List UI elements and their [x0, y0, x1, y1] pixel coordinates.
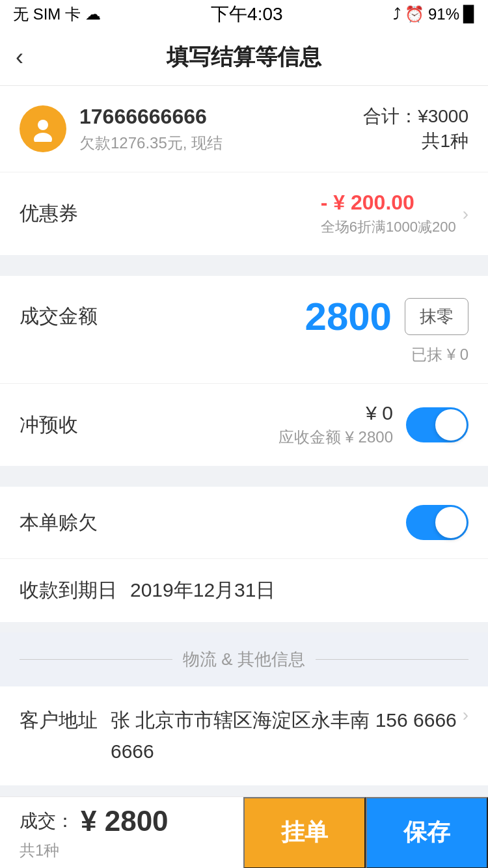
- debt-section: 本单赊欠: [0, 487, 488, 558]
- debt-toggle[interactable]: [406, 505, 468, 540]
- customer-phone: 17666666666: [79, 105, 223, 129]
- bottom-summary: 成交： ¥ 2800 共1种: [0, 805, 243, 861]
- battery-icon: ▉: [463, 5, 475, 23]
- address-text: 张 北京市市辖区海淀区永丰南 156 6666 6666: [111, 705, 463, 767]
- svg-point-1: [34, 133, 52, 142]
- total-label: 合计：: [363, 106, 418, 126]
- amount-section: 成交金额 2800 抹零 已抹 ¥ 0: [0, 276, 488, 383]
- coupon-discount: - ¥ 200.00: [321, 191, 456, 215]
- amount-sub: 已抹 ¥ 0: [20, 344, 468, 365]
- logistics-label: 物流 & 其他信息: [183, 648, 305, 671]
- bottom-deal-label: 成交：: [20, 809, 74, 834]
- prepay-right: ¥ 0 应收金额 ¥ 2800: [278, 402, 468, 448]
- coupon-row[interactable]: 优惠券 - ¥ 200.00 全场6折满1000减200 ›: [0, 172, 488, 255]
- duedate-value: 2019年12月31日: [130, 577, 275, 604]
- bottom-deal-amount: ¥ 2800: [81, 805, 169, 837]
- duedate-label: 收款到期日: [20, 577, 117, 604]
- prepay-toggle[interactable]: [406, 407, 468, 442]
- amount-row: 成交金额 2800 抹零: [20, 294, 468, 339]
- amount-value: 2800: [305, 294, 392, 339]
- customer-right: 合计：¥3000 共1种: [363, 104, 468, 154]
- customer-section: 17666666666 欠款1276.35元, 现结 合计：¥3000 共1种 …: [0, 86, 488, 255]
- toggle-knob: [435, 409, 467, 441]
- alarm-icon: ⏰: [405, 5, 424, 23]
- coupon-chevron-icon: ›: [463, 204, 468, 224]
- total-count: 共1种: [363, 129, 468, 154]
- duedate-section: 收款到期日 2019年12月31日: [0, 558, 488, 622]
- debt-label: 本单赊欠: [20, 509, 98, 536]
- logistics-header: 物流 & 其他信息: [0, 632, 488, 686]
- status-bar: 无 SIM 卡 ☁ 下午4:03 ⤴ ⏰ 91% ▉: [0, 0, 488, 29]
- status-right: ⤴ ⏰ 91% ▉: [393, 5, 475, 23]
- customer-left: 17666666666 欠款1276.35元, 现结: [20, 105, 223, 154]
- customer-info: 17666666666 欠款1276.35元, 现结: [79, 105, 223, 154]
- svg-point-0: [38, 120, 48, 130]
- coupon-desc: 全场6折满1000减200: [321, 217, 456, 237]
- prepay-amount: ¥ 0: [278, 402, 393, 424]
- avatar: [20, 105, 66, 152]
- address-chevron-icon: ›: [463, 705, 468, 726]
- debt-toggle-knob: [435, 507, 467, 538]
- amount-label: 成交金额: [20, 303, 98, 330]
- total-row: 合计：¥3000: [363, 104, 468, 129]
- logistics-line-right: [316, 659, 468, 660]
- nav-bar: ‹ 填写结算等信息: [0, 29, 488, 86]
- logistics-line-left: [20, 659, 172, 660]
- sim-wifi-label: 无 SIM 卡 ☁: [13, 4, 101, 25]
- page-title: 填写结算等信息: [167, 42, 321, 72]
- prepay-row: 冲预收 ¥ 0 应收金额 ¥ 2800: [0, 383, 488, 466]
- amount-right: 2800 抹零: [305, 294, 468, 339]
- divider-2: [0, 466, 488, 476]
- bottom-count: 共1种: [20, 840, 224, 861]
- coupon-right: - ¥ 200.00 全场6折满1000减200 ›: [321, 191, 468, 237]
- status-left: 无 SIM 卡 ☁: [13, 4, 101, 25]
- battery-label: 91%: [428, 5, 459, 23]
- customer-row: 17666666666 欠款1276.35元, 现结 合计：¥3000 共1种: [0, 86, 488, 172]
- prepay-sub: 应收金额 ¥ 2800: [278, 427, 393, 448]
- save-button[interactable]: 保存: [366, 797, 488, 869]
- status-time: 下午4:03: [211, 2, 283, 27]
- address-label: 客户地址: [20, 707, 98, 734]
- prepay-info: ¥ 0 应收金额 ¥ 2800: [278, 402, 393, 448]
- divider-1: [0, 265, 488, 276]
- total-amount: ¥3000: [418, 106, 468, 126]
- bottom-deal-row: 成交： ¥ 2800: [20, 805, 224, 837]
- duedate-row: 收款到期日 2019年12月31日: [20, 577, 468, 604]
- hang-order-button[interactable]: 挂单: [243, 797, 366, 869]
- prepay-label: 冲预收: [20, 412, 78, 439]
- address-content: 张 北京市市辖区海淀区永丰南 156 6666 6666: [111, 705, 463, 767]
- coupon-label: 优惠券: [20, 200, 78, 227]
- customer-debt: 欠款1276.35元, 现结: [79, 133, 223, 154]
- location-icon: ⤴: [393, 5, 401, 23]
- round-zero-button[interactable]: 抹零: [405, 298, 468, 335]
- bottom-bar: 成交： ¥ 2800 共1种 挂单 保存: [0, 796, 488, 868]
- back-button[interactable]: ‹: [16, 44, 23, 71]
- address-section[interactable]: 客户地址 张 北京市市辖区海淀区永丰南 156 6666 6666 ›: [0, 686, 488, 785]
